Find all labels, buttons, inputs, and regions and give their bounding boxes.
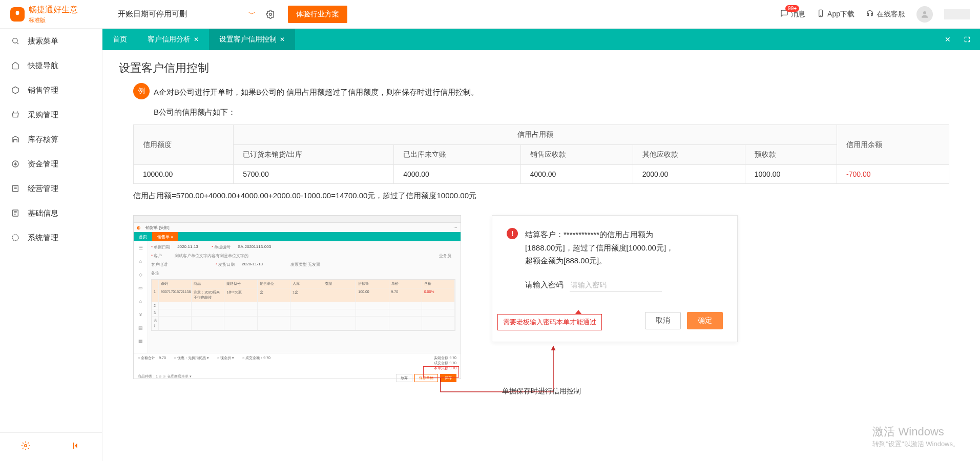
- sidebar-item-label: 库存核算: [28, 135, 58, 144]
- illustration-caption: 单据保存时进行信用控制: [502, 387, 581, 396]
- chevron-down-icon: ﹀: [248, 10, 256, 19]
- system-icon: [10, 233, 20, 243]
- col-receivable: 销售应收款: [520, 145, 633, 165]
- logo-icon: [10, 7, 25, 22]
- example-line: 例 A企对B公司进行开单时，如果B公司的 信用占用额超过了信用额度，则在保存时进…: [133, 84, 949, 100]
- tab-credit-control-settings[interactable]: 设置客户信用控制 ✕: [209, 29, 295, 50]
- col-ordered: 已订货未销货/出库: [234, 145, 394, 165]
- sidebar-item-label: 经营管理: [28, 184, 58, 194]
- cell-v0: 5700.00: [234, 165, 394, 184]
- sidebar-item-system[interactable]: 系统管理: [0, 225, 102, 250]
- cell-v4: 1000.00: [745, 165, 837, 184]
- svg-point-12: [25, 445, 27, 447]
- header-center: 开账日期可停用可删 ﹀ 体验行业方案: [118, 6, 347, 23]
- customer-service-label: 在线客服: [877, 10, 905, 19]
- sidebar-item-label: 搜索菜单: [28, 36, 58, 46]
- settings-icon[interactable]: [263, 7, 278, 22]
- example-sub-text: B公司的信用额占如下：: [154, 108, 949, 117]
- messages-link[interactable]: 消息 99+: [780, 9, 805, 19]
- col-other-receivable: 其他应收款: [633, 145, 745, 165]
- ok-button[interactable]: 确定: [687, 312, 723, 329]
- sidebar-item-purchase[interactable]: 采购管理: [0, 102, 102, 127]
- tab-home[interactable]: 首页: [102, 29, 137, 50]
- search-icon: [10, 36, 20, 46]
- dialog-message: 结算客户：************的信用占用额为 [1888.00元]，超过了信…: [525, 228, 674, 267]
- sales-icon: [10, 85, 20, 95]
- credit-warning-dialog: ! 结算客户：************的信用占用额为 [1888.00元]，超过…: [492, 215, 738, 342]
- report-icon: [10, 183, 20, 194]
- tab-label: 客户信用分析: [148, 35, 191, 44]
- tab-label: 设置客户信用控制: [219, 35, 277, 44]
- top-header: 畅捷通好生意 标准版 开账日期可停用可删 ﹀ 体验行业方案 消息 99+ App…: [0, 0, 980, 29]
- svg-line-5: [17, 43, 18, 44]
- avatar[interactable]: [916, 6, 933, 23]
- app-download-label: App下载: [827, 10, 854, 19]
- sidebar-item-label: 基础信息: [28, 208, 58, 218]
- sidebar: 搜索菜单 快捷导航 销售管理 采购管理 库存核算 资金管理 经营管理 基础信息: [0, 29, 102, 461]
- warning-icon: !: [507, 228, 518, 239]
- sidebar-item-label: 资金管理: [28, 159, 58, 169]
- sidebar-item-quicknav[interactable]: 快捷导航: [0, 53, 102, 78]
- app-download-link[interactable]: App下载: [817, 9, 854, 19]
- header-right: 消息 99+ App下载 在线客服: [780, 6, 970, 23]
- sidebar-item-label: 销售管理: [28, 86, 58, 95]
- page-scroll-area[interactable]: 设置客户信用控制 例 A企对B公司进行开单时，如果B公司的 信用占用额超过了信用…: [102, 50, 980, 461]
- password-input[interactable]: [570, 279, 662, 291]
- svg-point-11: [12, 235, 18, 241]
- warehouse-icon: [10, 134, 20, 144]
- illustration-row: ◐ 销货单 [头部] ⋯ 首页 销售单 × ☰⌂◇▭⌂¥▤▦○: [133, 215, 949, 379]
- cell-v2: 4000.00: [520, 165, 633, 184]
- settings-gear-icon[interactable]: [21, 441, 30, 453]
- brand-edition: 标准版: [29, 16, 78, 24]
- tabbar: 首页 客户信用分析 ✕ 设置客户信用控制 ✕ ✕: [102, 29, 980, 50]
- close-icon[interactable]: ✕: [280, 36, 285, 43]
- svg-rect-1: [819, 10, 823, 16]
- example-text: A企对B公司进行开单时，如果B公司的 信用占用额超过了信用额度，则在保存时进行信…: [154, 88, 478, 97]
- date-dropdown-label: 开账日期可停用可删: [118, 9, 187, 19]
- fullscreen-icon[interactable]: [960, 32, 975, 47]
- brand-name: 畅捷通好生意: [29, 5, 78, 15]
- close-icon[interactable]: ✕: [194, 36, 199, 43]
- sidebar-item-baseinfo[interactable]: 基础信息: [0, 201, 102, 225]
- cell-v3: 2000.00: [633, 165, 745, 184]
- sidebar-item-label: 采购管理: [28, 110, 58, 120]
- logo-block: 畅捷通好生意 标准版: [10, 5, 102, 24]
- money-icon: [10, 159, 20, 169]
- mini-screenshot: ◐ 销货单 [头部] ⋯ 首页 销售单 × ☰⌂◇▭⌂¥▤▦○: [133, 215, 461, 379]
- cell-limit: 10000.00: [134, 165, 234, 184]
- tab-credit-analysis[interactable]: 客户信用分析 ✕: [137, 29, 209, 50]
- col-occupy-group: 信用占用额: [234, 125, 837, 145]
- headset-icon: [866, 9, 874, 19]
- tab-close-all-icon[interactable]: ✕: [940, 32, 955, 47]
- cart-icon: [10, 110, 20, 120]
- experience-button[interactable]: 体验行业方案: [288, 6, 347, 23]
- credit-table: 信用额度 信用占用额 信用用余额 已订货未销货/出库 已出库未立账 销售应收款 …: [133, 124, 949, 184]
- sidebar-item-sales[interactable]: 销售管理: [0, 78, 102, 102]
- sidebar-item-inventory[interactable]: 库存核算: [0, 127, 102, 152]
- col-credit-limit: 信用额度: [134, 125, 234, 165]
- svg-point-0: [269, 13, 272, 15]
- cancel-button[interactable]: 取消: [645, 312, 681, 329]
- cell-balance: -700.00: [837, 165, 949, 184]
- main-area: 首页 客户信用分析 ✕ 设置客户信用控制 ✕ ✕ 设置客户信用控制 例: [102, 29, 980, 461]
- col-credit-balance: 信用用余额: [837, 125, 949, 165]
- date-dropdown[interactable]: 开账日期可停用可删 ﹀: [118, 9, 256, 19]
- col-prepaid: 预收款: [745, 145, 837, 165]
- collapse-sidebar-icon[interactable]: [72, 441, 81, 453]
- sidebar-item-search[interactable]: 搜索菜单: [0, 29, 102, 53]
- svg-point-3: [923, 11, 926, 14]
- sidebar-item-business[interactable]: 经营管理: [0, 176, 102, 201]
- user-name-placeholder: [944, 9, 970, 19]
- customer-service-link[interactable]: 在线客服: [866, 9, 905, 19]
- svg-point-4: [13, 38, 17, 43]
- info-icon: [10, 208, 20, 218]
- password-note: 需要老板输入密码本单才能通过: [497, 314, 602, 330]
- col-outstock: 已出库未立账: [394, 145, 521, 165]
- password-label: 请输入密码: [525, 280, 564, 290]
- tab-label: 首页: [113, 35, 127, 44]
- home-icon: [10, 60, 20, 71]
- sidebar-item-funds[interactable]: 资金管理: [0, 152, 102, 176]
- formula-text: 信用占用额=5700.00+4000.00+4000.00+2000.00-10…: [133, 191, 949, 201]
- sidebar-item-label: 快捷导航: [28, 61, 58, 71]
- tabbar-actions: ✕: [940, 29, 980, 50]
